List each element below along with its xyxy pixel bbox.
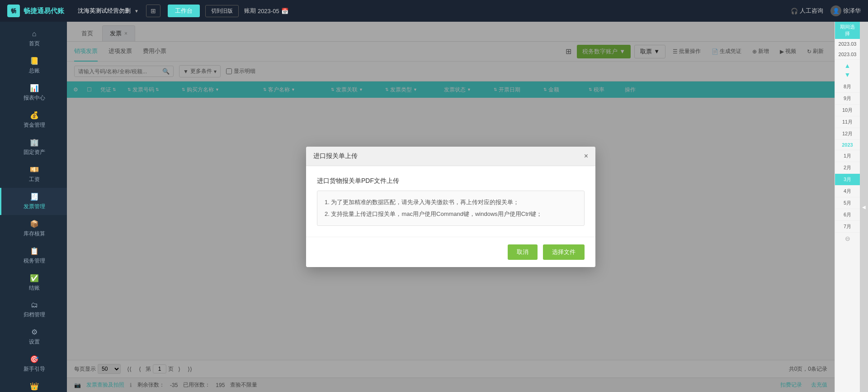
scroll-up-icon[interactable]: ▲ (844, 62, 851, 71)
user-name: 徐泽华 (843, 7, 861, 15)
expand-icon[interactable]: ⊖ (845, 234, 850, 244)
modal-body: 进口货物报关单PDF文件上传 1. 为了更加精准的数据匹配，请先录入海关缴款书，… (306, 166, 595, 237)
member-icon: 👑 (30, 382, 39, 391)
main-layout: ⌂ 首页 📒 总账 📊 报表中心 💰 资金管理 🏢 固定资产 💴 工资 🧾 发票… (0, 22, 868, 392)
sidebar-item-label: 发票管理 (24, 203, 45, 210)
sidebar-item-label: 结账 (29, 284, 40, 292)
assets-icon: 🏢 (30, 138, 39, 147)
service-button[interactable]: 🎧 人工咨询 (791, 7, 823, 15)
header-middle: 工作台 切到旧版 账期 2023-05 📅 (168, 5, 288, 17)
modal-close-button[interactable]: × (584, 152, 588, 160)
period-item-12m[interactable]: 12月 (835, 128, 860, 140)
headset-icon: 🎧 (791, 8, 798, 14)
modal-section-title: 进口货物报关单PDF文件上传 (317, 177, 585, 185)
sidebar-item-salary[interactable]: 💴 工资 (0, 161, 67, 188)
logo-area: 畅 畅捷通易代账 (7, 5, 74, 17)
period-panel: 期间选择 2023.03 2023.03 ▲ ▼ 8月 9月 10月 11月 1… (835, 22, 860, 392)
settle-icon: ✅ (30, 274, 39, 282)
period-item-10m[interactable]: 10月 (835, 105, 860, 116)
period-item-2023[interactable]: 2023 (835, 140, 860, 150)
modal-info-line2: 2. 支持批量上传进口报关单，mac用户使用Command键，windows用户… (325, 208, 577, 220)
sidebar: ⌂ 首页 📒 总账 📊 报表中心 💰 资金管理 🏢 固定资产 💴 工资 🧾 发票… (0, 22, 67, 392)
sidebar-item-label: 工资 (29, 176, 40, 183)
sidebar-item-member[interactable]: 👑 畅会员 (0, 378, 67, 392)
period-info: 账期 2023-05 📅 (244, 7, 288, 15)
invoices-icon: 🧾 (30, 192, 39, 201)
app-name: 畅捷通易代账 (24, 7, 64, 15)
modal-footer: 取消 选择文件 (306, 237, 595, 267)
modal-header: 进口报关单上传 × (306, 147, 595, 166)
logo-icon: 畅 (7, 5, 20, 17)
sidebar-item-home[interactable]: ⌂ 首页 (0, 25, 67, 52)
sidebar-item-label: 资金管理 (24, 121, 45, 129)
sidebar-item-label: 新手引导 (24, 365, 45, 373)
scroll-down-icon[interactable]: ▼ (844, 71, 851, 80)
sidebar-item-label: 设置 (29, 338, 40, 346)
calendar-icon[interactable]: 📅 (281, 8, 288, 14)
sidebar-item-settings[interactable]: ⚙ 设置 (0, 323, 67, 350)
capital-icon: 💰 (30, 111, 39, 120)
chevron-down-icon: ▼ (134, 9, 139, 14)
period-item-3m[interactable]: 3月 (835, 174, 860, 186)
user-info[interactable]: 👤 徐泽华 (830, 5, 861, 16)
modal-cancel-button[interactable]: 取消 (508, 244, 538, 260)
archive-icon: 🗂 (31, 301, 38, 309)
period-item-5m[interactable]: 5月 (835, 197, 860, 209)
period-panel-title: 期间选择 (835, 22, 860, 39)
period-item-6m[interactable]: 6月 (835, 209, 860, 221)
sidebar-item-reports[interactable]: 📊 报表中心 (0, 79, 67, 106)
sidebar-item-ledger[interactable]: 📒 总账 (0, 52, 67, 79)
sidebar-item-capital[interactable]: 💰 资金管理 (0, 106, 67, 134)
sidebar-item-invoices[interactable]: 🧾 发票管理 (0, 188, 67, 215)
toggle-icon: ◀ (862, 205, 867, 210)
ledger-icon: 📒 (30, 57, 39, 65)
period-item-4m[interactable]: 4月 (835, 186, 860, 197)
sidebar-item-label: 税务管理 (24, 257, 45, 265)
salary-icon: 💴 (30, 165, 39, 174)
settings-icon: ⚙ (31, 328, 38, 336)
period-item-0[interactable]: 2023.03 (835, 39, 860, 49)
right-side-panels: 期间选择 2023.03 2023.03 ▲ ▼ 8月 9月 10月 11月 1… (835, 22, 868, 392)
scroll-arrows-bottom: ⊖ (835, 233, 860, 245)
period-item-11m[interactable]: 11月 (835, 116, 860, 128)
workspace-button[interactable]: 工作台 (168, 5, 200, 17)
sidebar-item-settle[interactable]: ✅ 结账 (0, 269, 67, 296)
period-item-1m[interactable]: 1月 (835, 150, 860, 162)
top-header: 畅 畅捷通易代账 沈海英测试经营勿删 ▼ ⊞ 工作台 切到旧版 账期 2023-… (0, 0, 868, 22)
modal-select-file-button[interactable]: 选择文件 (543, 244, 585, 260)
sidebar-item-guide[interactable]: 🎯 新手引导 (0, 350, 67, 378)
period-item-1[interactable]: 2023.03 (835, 49, 860, 60)
sidebar-item-label: 报表中心 (24, 94, 45, 102)
scroll-arrows: ▲ ▼ (835, 60, 860, 81)
period-item-7m[interactable]: 7月 (835, 221, 860, 233)
modal-info-line1: 1. 为了更加精准的数据匹配，请先录入海关缴款书，再上传对应的报关单； (325, 196, 577, 208)
period-item-9m[interactable]: 9月 (835, 93, 860, 105)
inventory-icon: 📦 (30, 220, 39, 228)
home-icon: ⌂ (32, 30, 37, 38)
reports-icon: 📊 (30, 84, 39, 92)
sidebar-item-label: 总账 (29, 67, 40, 75)
sidebar-item-archive[interactable]: 🗂 归档管理 (0, 296, 67, 323)
sidebar-item-label: 固定资产 (24, 148, 45, 156)
company-selector[interactable]: 沈海英测试经营勿删 ▼ (74, 5, 142, 17)
sidebar-item-tax[interactable]: 📋 税务管理 (0, 242, 67, 269)
company-icon-btn[interactable]: ⊞ (146, 5, 160, 17)
modal-title: 进口报关单上传 (313, 152, 358, 160)
import-modal: 进口报关单上传 × 进口货物报关单PDF文件上传 1. 为了更加精准的数据匹配，… (306, 147, 595, 267)
sidebar-item-inventory[interactable]: 📦 库存核算 (0, 215, 67, 242)
modal-overlay: 进口报关单上传 × 进口货物报关单PDF文件上传 1. 为了更加精准的数据匹配，… (67, 22, 835, 392)
modal-info-box: 1. 为了更加精准的数据匹配，请先录入海关缴款书，再上传对应的报关单； 2. 支… (317, 191, 585, 226)
period-item-2m[interactable]: 2月 (835, 162, 860, 174)
period-item-8m[interactable]: 8月 (835, 81, 860, 93)
content-area: 首页 发票 × 销项发票 进项发票 费用小票 ⊞ 税务数字账户 ▼ (67, 22, 835, 392)
sidebar-item-assets[interactable]: 🏢 固定资产 (0, 134, 67, 161)
panel-toggle[interactable]: ◀ (860, 22, 868, 392)
header-right: 🎧 人工咨询 👤 徐泽华 (791, 5, 861, 16)
guide-icon: 🎯 (30, 355, 39, 363)
sidebar-item-label: 库存核算 (24, 230, 45, 238)
period-label: 账期 (244, 7, 256, 15)
tax-icon: 📋 (30, 247, 39, 255)
company-name: 沈海英测试经营勿删 (78, 7, 131, 15)
old-version-button[interactable]: 切到旧版 (205, 5, 239, 17)
sidebar-item-label: 归档管理 (24, 311, 45, 319)
